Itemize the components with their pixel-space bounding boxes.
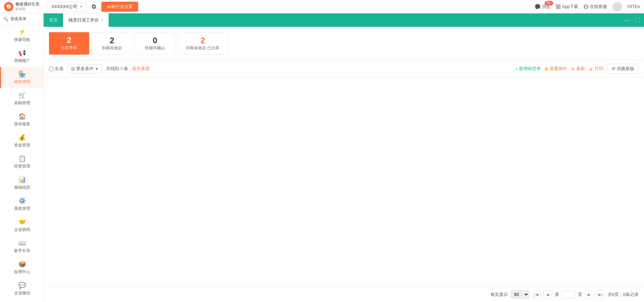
company-name: XXXXXX公司	[51, 4, 77, 10]
select-all-input[interactable]	[49, 67, 53, 71]
stat-number-pending: 0	[143, 36, 167, 45]
wechat-icon: 💬	[18, 282, 26, 289]
stat-number-overdue-shipped: 2	[186, 36, 219, 45]
page-size-select[interactable]: 50 20 100	[511, 290, 529, 299]
svg-rect-6	[587, 6, 588, 7]
search-menu-label: 搜索菜单	[10, 16, 26, 22]
tab-close-icon[interactable]: ×	[101, 18, 103, 22]
message-item[interactable]: 消息 99+	[535, 4, 550, 10]
sidebar-label-marketing: 营销推广	[14, 58, 30, 64]
switch-icon: ⇄	[612, 66, 615, 71]
first-page-button[interactable]: |◀	[532, 290, 541, 299]
sidebar-item-operations[interactable]: 📋 经营管理	[0, 152, 43, 173]
filter-dropdown-icon: ▼	[95, 67, 98, 71]
page-content: 2 全部单据 2 到期未收款 0 旺辅待确认 2 到期未收款 已出库	[44, 27, 644, 302]
search-menu-item[interactable]: 🔍 搜索菜单	[0, 13, 43, 25]
add-icon: +	[515, 66, 518, 71]
tab-maximize-button[interactable]: ⛶	[633, 16, 641, 24]
stat-card-all[interactable]: 2 全部单据	[49, 32, 89, 55]
active-tab-label: 钱货日清工作台	[68, 17, 99, 23]
found-text: 共找到 0 条	[106, 66, 128, 72]
quick-nav-icon: ⚡	[18, 28, 26, 36]
svg-rect-5	[585, 6, 585, 7]
sidebar-label-cooperation: 企业协同	[14, 227, 30, 233]
basic-info-icon: 📊	[18, 176, 26, 183]
related-link[interactable]: 相关单据	[132, 66, 150, 72]
select-all-label: 全选	[55, 66, 63, 72]
online-service-item[interactable]: 在线客服	[584, 4, 607, 10]
sidebar-item-wechat[interactable]: 💬 企业微信	[0, 278, 43, 299]
sidebar-item-basic-info[interactable]: 📊 基础信息	[0, 173, 43, 194]
sidebar-item-system[interactable]: ⚙️ 系统管理	[0, 194, 43, 215]
refresh-button[interactable]: ↻ 刷新	[571, 66, 585, 72]
app-download-item[interactable]: App下载	[556, 4, 578, 10]
sidebar-label-sales: 销售管理	[14, 79, 30, 85]
sidebar-item-cooperation[interactable]: 🤝 企业协同	[0, 215, 43, 236]
app-center-icon: 📦	[18, 260, 26, 268]
stat-card-overdue[interactable]: 2 到期未收款	[92, 32, 132, 55]
next-page-button[interactable]: ▶	[585, 290, 594, 299]
page-label-end: 页	[578, 292, 582, 298]
print-label: 打印	[595, 66, 603, 72]
stat-card-overdue-shipped[interactable]: 2 到期未收款 已出库	[178, 32, 228, 55]
logo-area: 畅 畅捷通好生意 标准版	[4, 2, 48, 12]
stat-label-overdue: 到期未收款	[102, 46, 122, 50]
batch-operation-button[interactable]: ⊞ 批量操作	[545, 66, 567, 72]
sidebar-label-app-center: 应用中心	[14, 269, 30, 275]
sidebar-label-system: 系统管理	[14, 206, 30, 212]
content-area: 首页 钱货日清工作台 × — ⛶ 2 全部单据 2 到期未收款	[44, 13, 644, 302]
stat-label-overdue-shipped: 到期未收款 已出库	[186, 46, 219, 50]
sidebar-label-inventory: 库存核算	[14, 121, 30, 127]
company-selector[interactable]: XXXXXX公司 ▼	[48, 2, 87, 11]
active-tab[interactable]: 钱货日清工作台 ×	[63, 13, 109, 27]
sidebar-label-wechat: 企业微信	[14, 290, 30, 296]
switch-version-button[interactable]: ⇄ 切换新版	[607, 64, 639, 74]
app-download-label: App下载	[562, 4, 578, 10]
svg-rect-0	[556, 5, 558, 6]
sidebar-item-purchase[interactable]: 🛒 采购管理	[0, 88, 43, 109]
sidebar-item-quick-nav[interactable]: ⚡ 快捷导航	[0, 25, 43, 46]
experience-btn[interactable]: 体验行业方案	[101, 2, 138, 12]
batch-label: 批量操作	[550, 66, 567, 72]
page-number-input[interactable]: 1	[562, 291, 575, 298]
filter-label: 更多条件	[76, 66, 94, 72]
sidebar-item-sales[interactable]: 🏪 销售管理	[0, 67, 43, 88]
svg-rect-1	[558, 5, 560, 6]
sidebar-item-app-center[interactable]: 📦 应用中心	[0, 257, 43, 278]
tab-minimize-button[interactable]: —	[623, 16, 631, 24]
user-name: OfTEn	[627, 4, 640, 9]
main-layout: 🔍 搜索菜单 ⚡ 快捷导航 📢 营销推广 🏪 销售管理 🛒 采购管理 🏠 库存核…	[0, 13, 644, 302]
found-count: 0	[120, 66, 123, 71]
sidebar-label-finance: 资金管理	[14, 142, 30, 148]
user-avatar[interactable]	[612, 2, 622, 11]
stat-number-overdue: 2	[100, 36, 124, 45]
home-tab-label: 首页	[49, 17, 58, 23]
refresh-label: 刷新	[576, 66, 585, 72]
finance-icon: 💰	[18, 134, 26, 141]
top-header: 畅 畅捷通好生意 标准版 XXXXXX公司 ▼ 体验行业方案 消息 99+	[0, 0, 644, 13]
tab-bar: 首页 钱货日清工作台 × — ⛶	[44, 13, 644, 27]
filter-button[interactable]: ⊟ 更多条件 ▼	[67, 64, 102, 73]
last-page-button[interactable]: ▶|	[596, 290, 605, 299]
sidebar-item-member[interactable]: ▽ 畅会员	[0, 299, 43, 302]
stat-card-pending[interactable]: 0 旺辅待确认	[135, 32, 175, 55]
sidebar-item-marketing[interactable]: 📢 营销推广	[0, 46, 43, 67]
sidebar-item-finance[interactable]: 💰 资金管理	[0, 130, 43, 152]
select-all-checkbox[interactable]: 全选	[49, 66, 63, 72]
sales-icon: 🏪	[18, 70, 26, 78]
settings-button[interactable]	[89, 2, 99, 11]
per-page-label: 每页显示	[490, 292, 508, 298]
svg-rect-3	[558, 7, 560, 9]
prev-page-button[interactable]: ◀	[543, 290, 552, 299]
switch-label: 切换新版	[617, 66, 634, 71]
logo-text: 畅捷通好生意	[15, 2, 40, 7]
toolbar: 全选 ⊟ 更多条件 ▼ 共找到 0 条 相关单据 + 新增销货单	[44, 60, 644, 77]
dropdown-arrow-icon: ▼	[79, 5, 83, 8]
add-order-label: 新增销货单	[519, 66, 541, 72]
sidebar-item-inventory[interactable]: 🏠 库存核算	[0, 109, 43, 130]
home-tab[interactable]: 首页	[44, 13, 63, 27]
add-order-button[interactable]: + 新增销货单	[515, 66, 541, 72]
sidebar-label-purchase: 采购管理	[14, 100, 30, 106]
print-button[interactable]: 🖨 打印	[589, 66, 603, 72]
sidebar-item-guide[interactable]: 📖 新手引导	[0, 236, 43, 257]
